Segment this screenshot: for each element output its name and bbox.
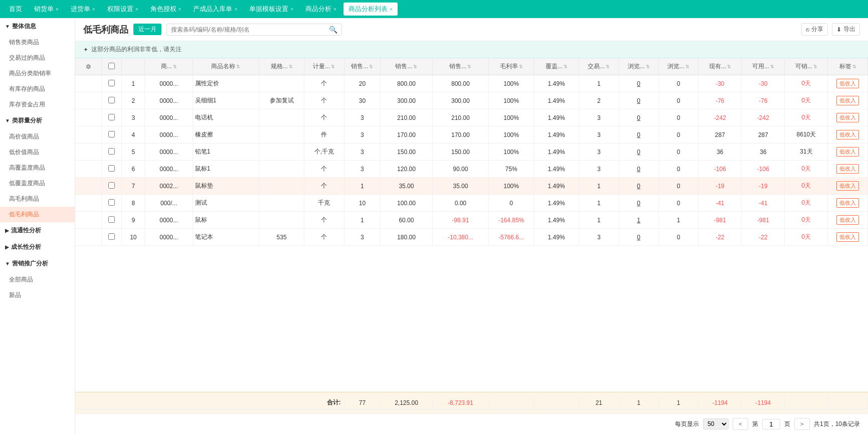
- col-browse1-header[interactable]: 浏览...⇅: [619, 58, 658, 75]
- col-gross-header[interactable]: 毛利率⇅: [489, 58, 534, 75]
- sidebar-item-stocked-products[interactable]: 有库存的商品: [0, 81, 75, 97]
- nav-sales[interactable]: 销货单×: [29, 3, 64, 16]
- nav-product-analysis[interactable]: 商品分析×: [300, 3, 341, 16]
- sidebar-section-flow[interactable]: ▶ 流通性分析: [0, 222, 75, 239]
- col-trade-header[interactable]: 交易...⇅: [579, 58, 619, 75]
- browse1-link-1[interactable]: 0: [637, 97, 640, 104]
- col-browse2-header[interactable]: 浏览...⇅: [658, 58, 698, 75]
- sidebar-item-category-rate[interactable]: 商品分类助销率: [0, 66, 75, 81]
- row-checkbox-2[interactable]: [108, 114, 115, 120]
- nav-analysis-list[interactable]: 商品分析列表×: [343, 3, 398, 16]
- nav-permission[interactable]: 权限设置×: [102, 3, 143, 16]
- share-button[interactable]: ⎋ 分享: [801, 23, 828, 36]
- close-analysis-list-tab[interactable]: ×: [390, 7, 393, 12]
- export-button[interactable]: ⬇ 导出: [832, 23, 860, 36]
- sidebar-section-marketing[interactable]: ▼ 营销推广分析: [0, 255, 75, 272]
- sidebar-section-growth[interactable]: ▶ 成长性分析: [0, 239, 75, 255]
- nav-home[interactable]: 首页: [4, 3, 27, 16]
- row-browse1-0[interactable]: 0: [619, 75, 658, 92]
- page-input[interactable]: [762, 419, 780, 429]
- col-tag-header[interactable]: 标签⇅: [828, 58, 868, 75]
- row-browse1-8[interactable]: 1: [619, 212, 658, 229]
- row-check-3[interactable]: [102, 126, 122, 143]
- row-check-0[interactable]: [102, 75, 122, 92]
- browse1-link-2[interactable]: 0: [637, 114, 640, 121]
- nav-purchase[interactable]: 进货单×: [66, 3, 100, 16]
- row-checkbox-8[interactable]: [108, 216, 115, 223]
- sidebar-item-sales-products[interactable]: 销售类商品: [0, 35, 75, 50]
- col-sellable-header[interactable]: 可销...⇅: [785, 58, 828, 75]
- row-checkbox-6[interactable]: [108, 182, 115, 189]
- row-browse1-4[interactable]: 0: [619, 143, 658, 161]
- sidebar-section-cluster[interactable]: ▼ 类群量分析: [0, 112, 75, 129]
- row-browse1-3[interactable]: 0: [619, 126, 658, 143]
- col-code-header[interactable]: 商...⇅: [145, 58, 193, 75]
- col-current-header[interactable]: 现有...⇅: [699, 58, 742, 75]
- browse1-link-9[interactable]: 0: [637, 234, 640, 241]
- col-unit-header[interactable]: 计量...⇅: [304, 58, 344, 75]
- row-check-2[interactable]: [102, 109, 122, 126]
- row-check-5[interactable]: [102, 161, 122, 178]
- close-role-tab[interactable]: ×: [179, 7, 182, 12]
- sidebar-item-high-coverage[interactable]: 高覆盖度商品: [0, 160, 75, 176]
- per-page-select[interactable]: 50 100 200: [703, 418, 729, 429]
- row-checkbox-5[interactable]: [108, 165, 115, 172]
- row-browse1-1[interactable]: 0: [619, 92, 658, 109]
- row-browse1-6[interactable]: 0: [619, 178, 658, 195]
- close-product-in-tab[interactable]: ×: [234, 7, 237, 12]
- row-check-4[interactable]: [102, 143, 122, 161]
- filter-recent-month-btn[interactable]: 近一月: [133, 24, 161, 35]
- row-check-8[interactable]: [102, 212, 122, 229]
- browse1-link-3[interactable]: 0: [637, 131, 640, 138]
- row-check-1[interactable]: [102, 92, 122, 109]
- row-browse1-5[interactable]: 0: [619, 161, 658, 178]
- prev-page-btn[interactable]: ＜: [733, 418, 748, 430]
- col-sale-amt-header[interactable]: 销售...⇅: [381, 58, 432, 75]
- browse1-link-6[interactable]: 0: [637, 183, 640, 190]
- nav-product-in[interactable]: 产成品入库单×: [188, 3, 242, 16]
- row-browse1-2[interactable]: 0: [619, 109, 658, 126]
- col-avail-header[interactable]: 可用...⇅: [742, 58, 785, 75]
- sidebar-collapse-btn[interactable]: 《: [75, 217, 75, 235]
- sidebar-item-inventory-capital[interactable]: 库存资金占用: [0, 97, 75, 112]
- row-checkbox-7[interactable]: [108, 199, 115, 206]
- browse1-link-7[interactable]: 0: [637, 200, 640, 207]
- close-sales-tab[interactable]: ×: [56, 7, 59, 12]
- browse1-link-8[interactable]: 1: [637, 217, 640, 224]
- sidebar-item-high-value[interactable]: 高价值商品: [0, 129, 75, 144]
- close-purchase-tab[interactable]: ×: [92, 7, 95, 12]
- sidebar-item-low-margin[interactable]: 低毛利商品: [0, 207, 75, 222]
- next-page-btn[interactable]: ＞: [794, 418, 810, 430]
- row-check-9[interactable]: [102, 229, 122, 246]
- sidebar-item-low-coverage[interactable]: 低覆盖度商品: [0, 176, 75, 191]
- sidebar-section-overall[interactable]: ▼ 整体信息: [0, 18, 75, 35]
- col-coverage-header[interactable]: 覆盖...⇅: [534, 58, 579, 75]
- row-checkbox-4[interactable]: [108, 148, 115, 155]
- row-checkbox-9[interactable]: [108, 233, 115, 240]
- browse1-link-4[interactable]: 0: [637, 149, 640, 156]
- sidebar-item-all-products[interactable]: 全部商品: [0, 272, 75, 287]
- sidebar-item-high-margin[interactable]: 高毛利商品: [0, 191, 75, 207]
- row-check-6[interactable]: [102, 178, 122, 195]
- row-checkbox-1[interactable]: [108, 97, 115, 103]
- sidebar-item-traded-products[interactable]: 交易过的商品: [0, 50, 75, 66]
- close-product-analysis-tab[interactable]: ×: [333, 7, 336, 12]
- nav-role[interactable]: 角色授权×: [145, 3, 187, 16]
- col-sale-qty-header[interactable]: 销售...⇅: [344, 58, 381, 75]
- col-settings-header[interactable]: ⚙: [75, 58, 102, 75]
- row-browse1-9[interactable]: 0: [619, 229, 658, 246]
- row-checkbox-3[interactable]: [108, 131, 115, 137]
- sidebar-item-low-value[interactable]: 低价值商品: [0, 144, 75, 160]
- row-checkbox-0[interactable]: [108, 80, 115, 86]
- sidebar-item-new-products[interactable]: 新品: [0, 287, 75, 303]
- col-sale-profit-header[interactable]: 销售...⇅: [432, 58, 489, 75]
- row-check-7[interactable]: [102, 195, 122, 212]
- browse1-link-0[interactable]: 0: [637, 80, 640, 87]
- close-permission-tab[interactable]: ×: [135, 7, 138, 12]
- col-name-header[interactable]: 商品名称⇅: [193, 58, 259, 75]
- select-all-checkbox[interactable]: [108, 63, 115, 69]
- col-check-header[interactable]: [102, 58, 122, 75]
- search-input[interactable]: [171, 26, 329, 33]
- close-template-tab[interactable]: ×: [290, 7, 293, 12]
- nav-template[interactable]: 单据模板设置×: [244, 3, 298, 16]
